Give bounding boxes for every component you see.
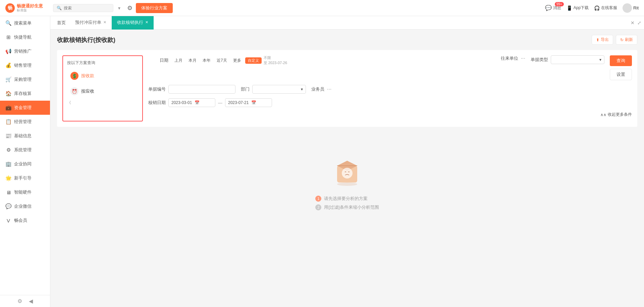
user-profile[interactable]: Rit [623,3,639,13]
refresh-btn[interactable]: ↻ 刷新 [616,35,637,45]
tab-prepay-offset[interactable]: 预付冲应付单 ✕ [70,16,112,30]
sidebar-item-purchase[interactable]: 🛒采购管理 [0,72,50,87]
page-title: 收款核销执行(按收款) [57,36,115,44]
guide-icon: 🌟 [5,175,11,181]
tab-bar-right: ✕ ⤢ [631,20,641,25]
top-gear-icon[interactable]: ⚙ [127,4,132,12]
sidebar-item-operations[interactable]: 📋经营管理 [0,115,50,129]
date-group: 上月 本月 本年 近7天 更多 自定义 不限 至 2023-07-26 [172,55,287,66]
inventory-icon: 🏠 [5,91,11,97]
counterpart-label: 往来单位 [501,55,518,61]
tab-close-all-icon[interactable]: ✕ [631,20,635,25]
sidebar-item-enterprise-coop[interactable]: 🏢企业协同 [0,157,50,171]
sidebar-label-search-menu: 搜索菜单 [14,20,32,26]
sidebar-item-member[interactable]: V畅会员 [0,213,50,227]
date-btn-more[interactable]: 更多 [231,57,243,64]
smart-hw-icon: 🖥 [5,190,11,195]
page-title-row: 收款核销执行(按收款) ⬆ 导出 ↻ 刷新 [57,35,637,45]
online-service-btn[interactable]: 🎧 在线客服 [594,5,617,11]
date-btn-this-month[interactable]: 本月 [186,57,199,64]
member-icon: V [5,218,11,223]
filter-option-receivable[interactable]: ⏰ 按应收 [67,85,138,98]
filter-right: 日期 上月 本月 本年 近7天 更多 自定义 不限 [148,55,632,121]
date-btn-7days[interactable]: 近7天 [215,57,229,64]
sidebar-label-basic-info: 基础信息 [14,133,32,139]
docno-input[interactable] [168,85,235,94]
purchase-icon: 🛒 [5,76,11,83]
sidebar-item-smart-hw[interactable]: 🖥智能硬件 [0,185,50,199]
sidebar-item-system[interactable]: ⚙系统管理 [0,143,50,157]
verify-start-value: 2023-03-01 [171,100,192,105]
message-btn[interactable]: 💬 消息 99+ [545,5,561,11]
empty-step-2: 2 用[过滤]条件来缩小分析范围 [315,204,379,210]
top-bar: 畅 畅捷通好生意 标准版 🔍 ▾ ⚙ 体验行业方案 💬 消息 99+ 📱 App… [0,0,644,16]
empty-state: 1 请先选择要分析的方案 2 用[过滤]条件来缩小分析范围 [57,132,637,233]
collapse-more-btn[interactable]: ∧∧ 收起更多条件 [600,112,632,117]
filter-collapse-btn[interactable]: 《 [67,100,138,106]
counterpart-dots[interactable]: ··· [521,55,525,61]
sidebar-item-inventory[interactable]: 🏠库存核算 [0,87,50,101]
date-no-limit: 不限 [264,55,287,60]
search-menu-icon: 🔍 [5,20,11,26]
sidebar-item-marketing[interactable]: 📢营销推广 [0,44,50,58]
staff-dots[interactable]: ··· [327,86,331,92]
sidebar-item-quick-nav[interactable]: ⊞快捷导航 [0,30,50,44]
basic-info-icon: 📰 [5,133,11,139]
sidebar-label-purchase: 采购管理 [14,76,32,83]
collection-icon: 💲 [70,72,78,80]
sidebar-item-sales[interactable]: 💰销售管理 [0,58,50,72]
step-2-text: 用[过滤]条件来缩小分析范围 [324,204,379,210]
app-version: 标准版 [17,8,43,12]
sidebar-item-guide[interactable]: 🌟新手引导 [0,171,50,185]
export-btn[interactable]: ⬆ 导出 [592,35,613,45]
verify-date-end[interactable]: 2023-07-21 📅 [225,98,272,107]
filter-option-collection[interactable]: 💲 按收款 [67,69,138,83]
main-layout: 🔍搜索菜单⊞快捷导航📢营销推广💰销售管理🛒采购管理🏠库存核算💼资金管理📋经营管理… [0,16,644,307]
sidebar-item-basic-info[interactable]: 📰基础信息 [0,129,50,143]
setting-btn[interactable]: 设置 [610,69,632,80]
quick-nav-icon: ⊞ [5,34,11,40]
top-search-input[interactable] [64,6,110,10]
service-icon: 🎧 [594,5,600,11]
docno-label: 单据编号 [148,86,166,92]
verify-start-cal-icon[interactable]: 📅 [195,100,200,105]
sidebar-label-marketing: 营销推广 [14,48,32,54]
tab-home[interactable]: 首页 [53,16,70,30]
verify-end-cal-icon[interactable]: 📅 [251,100,256,105]
filter-left-title: 按以下方案查询 [67,60,138,66]
app-download-btn[interactable]: 📱 App下载 [567,5,589,11]
step-1-text: 请先选择要分析的方案 [324,196,368,202]
date-btn-last-month[interactable]: 上月 [172,57,184,64]
sidebar-item-wechat[interactable]: 💬企业微信 [0,199,50,213]
date-btn-this-year[interactable]: 本年 [201,57,213,64]
tab-collection-offset[interactable]: 收款核销执行 ✕ [112,16,154,30]
sidebar-label-member: 畅会员 [14,217,27,223]
sidebar-label-operations: 经营管理 [14,119,32,125]
tab-collection-label: 收款核销执行 [117,19,143,25]
sidebar-label-guide: 新手引导 [14,175,32,181]
dept-select[interactable]: ▾ [252,85,306,94]
date-separator: — [218,100,222,105]
dept-chevron: ▾ [301,87,303,92]
sidebar-label-smart-hw: 智能硬件 [14,189,32,195]
verify-date-start[interactable]: 2023-03-01 📅 [168,98,215,107]
date-btn-custom[interactable]: 自定义 [245,57,262,64]
doctype-select[interactable]: ▾ [551,55,604,64]
refresh-icon: ↻ [620,38,624,42]
settings-icon[interactable]: ⚙ [17,298,22,304]
collapse-more-row: ∧∧ 收起更多条件 [148,112,632,117]
top-bar-right: 💬 消息 99+ 📱 App下载 🎧 在线客服 Rit [545,3,639,13]
tab-prepay-close[interactable]: ✕ [103,20,106,24]
solution-btn[interactable]: 体验行业方案 [136,3,173,13]
sidebar-item-search-menu[interactable]: 🔍搜索菜单 [0,16,50,30]
tab-collection-close[interactable]: ✕ [145,20,148,24]
operations-icon: 📋 [5,119,11,125]
empty-svg [327,152,367,189]
tab-expand-icon[interactable]: ⤢ [637,20,641,25]
collapse-sidebar-icon[interactable]: ◀ [29,298,33,304]
system-icon: ⚙ [5,147,11,153]
app-name: 畅捷通好生意 [17,3,43,9]
top-dropdown-icon[interactable]: ▾ [118,5,120,11]
query-btn[interactable]: 查询 [610,55,632,66]
sidebar-item-finance[interactable]: 💼资金管理 [0,101,50,115]
